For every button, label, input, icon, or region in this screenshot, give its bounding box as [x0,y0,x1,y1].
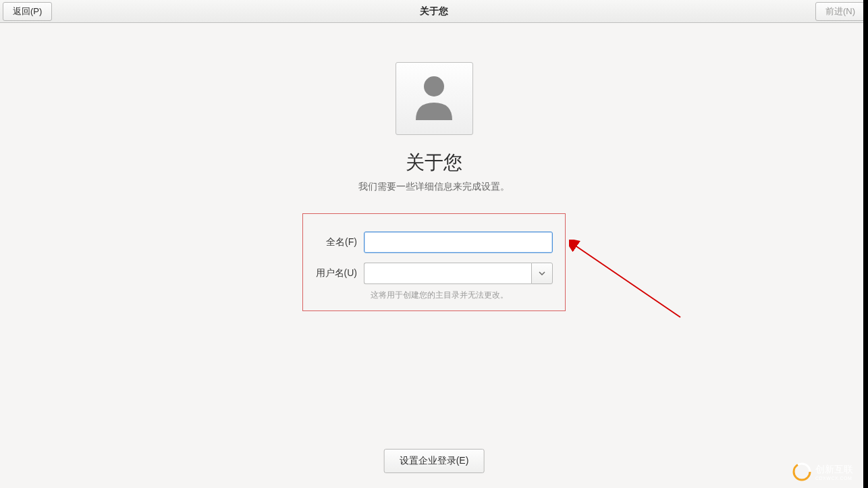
watermark-sub: CDXWCX.COM [815,476,853,481]
footer-area: 设置企业登录(E) [384,449,485,473]
right-border [863,0,868,488]
avatar-placeholder[interactable] [396,62,473,135]
watermark-logo-icon [792,462,811,481]
next-button[interactable]: 前进(N) [815,2,865,21]
username-label: 用户名(U) [315,267,364,279]
username-dropdown-button[interactable] [531,263,553,284]
username-input[interactable] [364,263,531,284]
svg-point-0 [424,76,444,97]
watermark: 创新互联 CDXWCX.COM [792,462,853,481]
username-row: 用户名(U) [315,263,553,284]
back-button[interactable]: 返回(P) [3,2,52,21]
username-combo [364,263,553,284]
username-help-text: 这将用于创建您的主目录并无法更改。 [371,290,553,301]
window-title: 关于您 [420,5,448,18]
fullname-input[interactable] [364,232,553,253]
chevron-down-icon [539,271,545,275]
form-highlight-box: 全名(F) 用户名(U) 这将用于创建您的主目录并无法更改。 [302,213,566,311]
enterprise-login-button[interactable]: 设置企业登录(E) [384,449,485,473]
fullname-label: 全名(F) [315,236,364,248]
page-subtitle: 我们需要一些详细信息来完成设置。 [358,181,510,193]
user-icon [410,72,458,126]
window-header: 返回(P) 关于您 前进(N) [0,0,868,23]
watermark-brand: 创新互联 [815,464,853,476]
main-content: 关于您 我们需要一些详细信息来完成设置。 全名(F) 用户名(U) 这将用于创建… [0,23,868,311]
page-title: 关于您 [406,150,462,175]
fullname-row: 全名(F) [315,232,553,253]
